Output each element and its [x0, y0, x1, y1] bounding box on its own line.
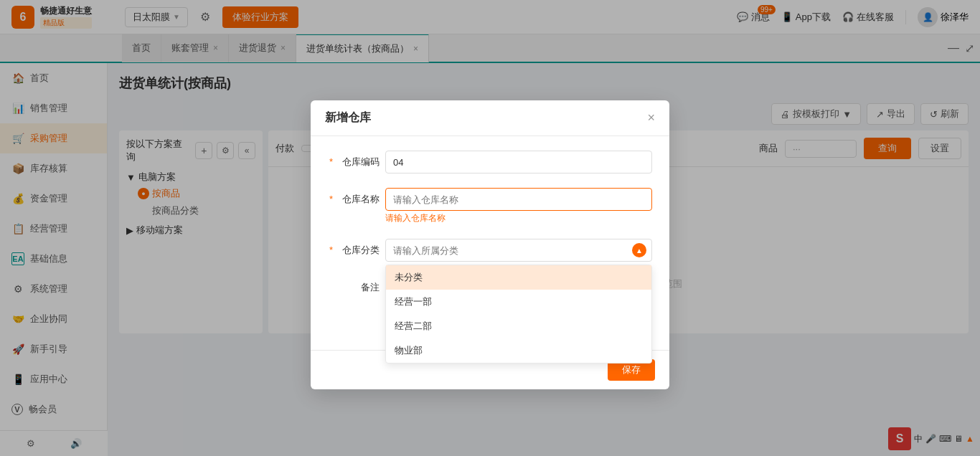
- form-row-category: 仓库分类 ▲ 未分类 经营一部 经营二部 物业部: [328, 239, 652, 262]
- name-label: 仓库名称: [328, 188, 385, 211]
- category-label: 仓库分类: [328, 239, 385, 262]
- modal-title: 新增仓库: [325, 110, 371, 125]
- modal-body: 仓库编码 仓库名称 请输入仓库名称 仓库分类 ▲: [311, 136, 669, 350]
- name-control: 请输入仓库名称: [385, 188, 652, 224]
- category-control: ▲ 未分类 经营一部 经营二部 物业部: [385, 239, 652, 262]
- dropdown-item-dept1[interactable]: 经营一部: [386, 290, 651, 314]
- form-row-code: 仓库编码: [328, 151, 652, 174]
- code-label: 仓库编码: [328, 151, 385, 174]
- code-input[interactable]: [385, 151, 652, 174]
- category-dropdown-arrow[interactable]: ▲: [632, 243, 646, 257]
- modal-header: 新增仓库 ×: [311, 100, 669, 136]
- modal-close-button[interactable]: ×: [647, 110, 655, 125]
- name-error-msg: 请输入仓库名称: [385, 212, 652, 224]
- modal-new-warehouse: 新增仓库 × 仓库编码 仓库名称 请输入仓库名称 仓库分类: [311, 100, 669, 389]
- dropdown-item-dept2[interactable]: 经营二部: [386, 314, 651, 338]
- category-input[interactable]: [385, 239, 652, 262]
- note-label: 备注: [328, 276, 385, 299]
- dropdown-item-dept3[interactable]: 物业部: [386, 338, 651, 363]
- modal-overlay: 新增仓库 × 仓库编码 仓库名称 请输入仓库名称 仓库分类: [0, 0, 980, 456]
- code-control: [385, 151, 652, 174]
- dropdown-item-uncategorized[interactable]: 未分类: [386, 265, 651, 290]
- name-input[interactable]: [385, 188, 652, 211]
- form-row-name: 仓库名称 请输入仓库名称: [328, 188, 652, 224]
- category-dropdown-list: 未分类 经营一部 经营二部 物业部: [385, 265, 652, 364]
